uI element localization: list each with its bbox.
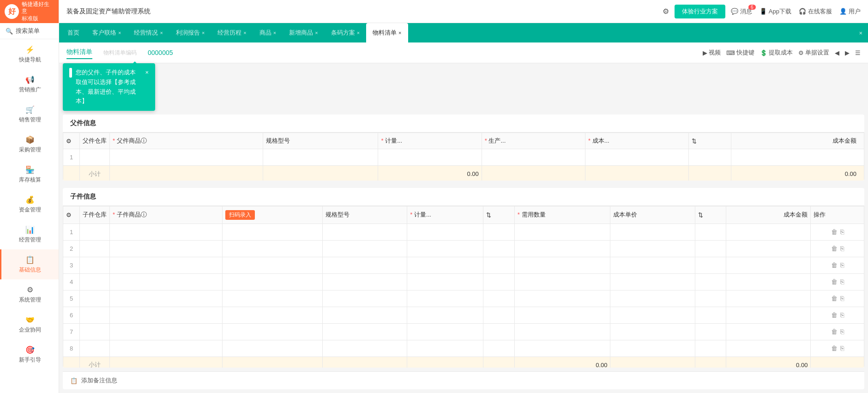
child-row-spec[interactable] [323, 240, 407, 257]
child-row-required-qty[interactable] [514, 224, 610, 240]
search-menu[interactable]: 🔍 搜索菜单 [0, 23, 59, 39]
child-row-cost-amount[interactable] [726, 340, 811, 357]
child-row-spec[interactable] [323, 323, 407, 340]
child-row-unit[interactable] [407, 224, 483, 240]
app-download-action[interactable]: 📱 App下载 [760, 7, 791, 16]
delete-icon[interactable]: 🗑 [831, 228, 838, 236]
tab-product[interactable]: 商品 × [253, 23, 283, 42]
sidebar-item-sales[interactable]: 🛒 销售管理 [0, 99, 59, 129]
tab-history-close[interactable]: × [243, 30, 246, 36]
child-row-cost-amount[interactable] [726, 257, 811, 273]
tab-operations[interactable]: 经营情况 × [127, 23, 169, 42]
copy-icon[interactable]: ⎘ [840, 328, 844, 335]
delete-icon[interactable]: 🗑 [831, 345, 838, 352]
child-row-required-qty[interactable] [514, 257, 610, 273]
child-row-required-qty[interactable] [514, 340, 610, 357]
child-row-cost-amount[interactable] [726, 240, 811, 257]
child-row-product[interactable] [110, 273, 223, 290]
sidebar-item-finance[interactable]: 💰 资金管理 [0, 189, 59, 219]
tab-operations-close[interactable]: × [160, 30, 163, 36]
child-row-cost-amount[interactable] [726, 290, 811, 307]
video-action[interactable]: ▶ 视频 [703, 48, 721, 57]
tab-bom-close[interactable]: × [398, 30, 401, 36]
child-row-unit[interactable] [407, 340, 483, 357]
tab-bom[interactable]: 物料清单 × [366, 23, 408, 42]
delete-icon[interactable]: 🗑 [831, 245, 838, 252]
child-row-cost-amount[interactable] [726, 307, 811, 323]
child-row-warehouse[interactable] [80, 290, 110, 307]
tab-home[interactable]: 首页 [61, 23, 86, 42]
delete-icon[interactable]: 🗑 [831, 328, 838, 335]
delete-icon[interactable]: 🗑 [831, 311, 838, 319]
child-row-unit[interactable] [407, 257, 483, 273]
sidebar-item-basic-info[interactable]: 📋 基础信息 [0, 249, 59, 279]
sidebar-item-guide[interactable]: 🎯 新手引导 [0, 339, 59, 369]
child-row-cost-amount[interactable] [726, 224, 811, 240]
child-row-warehouse[interactable] [80, 307, 110, 323]
child-row-unit[interactable] [407, 290, 483, 307]
copy-icon[interactable]: ⎘ [840, 228, 844, 236]
copy-icon[interactable]: ⎘ [840, 295, 844, 302]
sidebar-item-purchase[interactable]: 📦 采购管理 [0, 129, 59, 159]
child-row-unit-price[interactable] [610, 273, 695, 290]
nav-prev[interactable]: ◀ [835, 49, 839, 56]
parent-row1-product[interactable] [110, 149, 263, 166]
parent-row1-cost-amount[interactable] [731, 149, 864, 166]
child-row-spec[interactable] [323, 307, 407, 323]
tab-customer-close[interactable]: × [118, 30, 121, 36]
parent-row1-cost[interactable] [585, 149, 689, 166]
tab-history[interactable]: 经营历程 × [211, 23, 253, 42]
child-row-product[interactable] [110, 257, 223, 273]
tab-new-product-close[interactable]: × [315, 30, 318, 36]
child-row-warehouse[interactable] [80, 323, 110, 340]
sidebar-item-inventory[interactable]: 🏪 库存核算 [0, 159, 59, 189]
child-row-required-qty[interactable] [514, 290, 610, 307]
child-row-unit-price[interactable] [610, 307, 695, 323]
child-row-unit[interactable] [407, 323, 483, 340]
child-row-spec[interactable] [323, 224, 407, 240]
tab-profit[interactable]: 利润报告 × [169, 23, 211, 42]
child-row-unit-price[interactable] [610, 340, 695, 357]
sidebar-item-quick-nav[interactable]: ⚡ 快捷导航 [0, 39, 59, 69]
tooltip-close-button[interactable]: × [145, 68, 149, 78]
sub-tab-bom-list[interactable]: 物料清单 [66, 46, 92, 59]
delete-icon[interactable]: 🗑 [831, 278, 838, 285]
child-row-required-qty[interactable] [514, 240, 610, 257]
gear-button[interactable]: ⚙ [663, 7, 669, 16]
child-row-product[interactable] [110, 307, 223, 323]
child-row-warehouse[interactable] [80, 340, 110, 357]
child-row-unit[interactable] [407, 307, 483, 323]
child-row-spec[interactable] [323, 257, 407, 273]
bottom-label[interactable]: 添加备注信息 [81, 376, 117, 385]
child-row-warehouse[interactable] [80, 240, 110, 257]
child-row-required-qty[interactable] [514, 323, 610, 340]
child-row-product[interactable] [110, 240, 223, 257]
parent-row1-unit[interactable] [378, 149, 482, 166]
child-row-unit-price[interactable] [610, 257, 695, 273]
parent-row1-warehouse[interactable] [80, 149, 110, 166]
child-row-unit-price[interactable] [610, 240, 695, 257]
copy-icon[interactable]: ⎘ [840, 245, 844, 252]
sidebar-item-marketing[interactable]: 📢 营销推广 [0, 69, 59, 99]
child-row-warehouse[interactable] [80, 257, 110, 273]
parent-row1-production[interactable] [482, 149, 585, 166]
child-row-cost-amount[interactable] [726, 273, 811, 290]
child-row-unit-price[interactable] [610, 290, 695, 307]
tab-new-product[interactable]: 新增商品 × [283, 23, 324, 42]
child-row-product[interactable] [110, 224, 223, 240]
sidebar-item-enterprise[interactable]: 🤝 企业协同 [0, 309, 59, 339]
delete-icon[interactable]: 🗑 [831, 295, 838, 302]
message-action[interactable]: 💬 消息 6 [731, 7, 752, 16]
copy-icon[interactable]: ⎘ [840, 311, 844, 319]
copy-icon[interactable]: ⎘ [840, 278, 844, 285]
child-row-warehouse[interactable] [80, 273, 110, 290]
nav-next[interactable]: ▶ [845, 49, 850, 56]
child-row-cost-amount[interactable] [726, 323, 811, 340]
delete-icon[interactable]: 🗑 [831, 261, 838, 269]
child-row-spec[interactable] [323, 290, 407, 307]
tabbar-close-all[interactable]: × [855, 30, 866, 36]
child-row-product[interactable] [110, 323, 223, 340]
trial-button[interactable]: 体验行业方案 [675, 5, 725, 18]
online-service-action[interactable]: 🎧 在线客服 [799, 7, 832, 16]
sidebar-item-system[interactable]: ⚙ 系统管理 [0, 279, 59, 309]
